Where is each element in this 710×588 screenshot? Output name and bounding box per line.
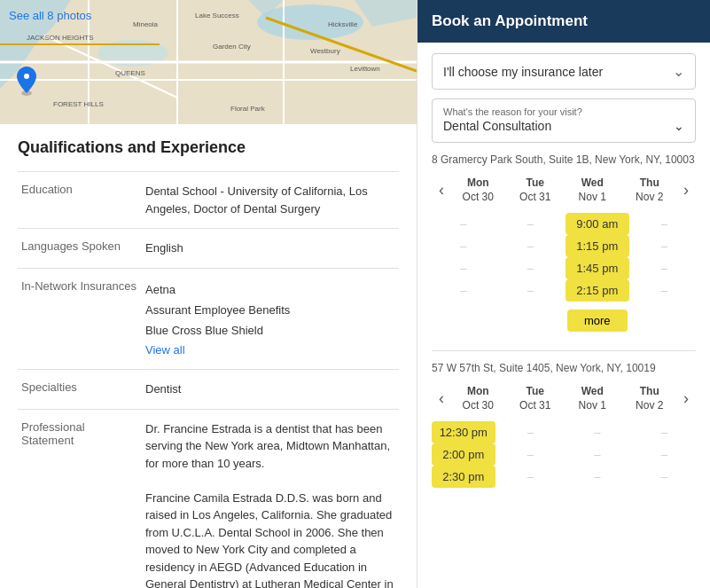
svg-text:Floral Park: Floral Park — [230, 105, 266, 113]
location1-slot-wed-2[interactable]: 1:15 pm — [566, 235, 629, 257]
location1-more-button[interactable]: more — [567, 310, 628, 332]
location1-prev-arrow[interactable]: ‹ — [432, 177, 451, 203]
location1-slot-mon-4: – — [432, 279, 495, 302]
location1-address: 8 Gramercy Park South, Suite 1B, New Yor… — [432, 153, 696, 166]
left-panel: JACKSON HEIGHTS QUEENS Garden City Hicks… — [0, 0, 417, 588]
book-appointment-header: Book an Appointment — [417, 0, 710, 43]
location1-more-mon — [432, 305, 495, 336]
location1-slot-mon-2: – — [432, 235, 495, 257]
location1-slot-row-3: – – 1:45 pm – — [432, 257, 696, 279]
insurance-chevron-icon: ⌄ — [673, 63, 684, 80]
location2-slot-thu-3: – — [633, 466, 697, 488]
location2-prev-arrow[interactable]: ‹ — [432, 386, 451, 412]
location1-more-row: more — [432, 305, 696, 336]
reason-dropdown-label: What's the reason for your visit? — [443, 106, 684, 117]
see-photos-link[interactable]: See all 8 photos — [9, 9, 91, 22]
location1-slot-mon-3: – — [432, 257, 495, 279]
svg-text:Mineola: Mineola — [133, 20, 159, 28]
location1-slot-tue-1: – — [499, 213, 563, 235]
insurance-dropdown-value: I'll choose my insurance later — [443, 65, 603, 79]
languages-row: Languages Spoken English — [18, 229, 399, 269]
location1-slot-tue-3: – — [499, 257, 563, 279]
location1-slot-wed-4[interactable]: 2:15 pm — [566, 279, 629, 302]
location2-day-headers: Mon Oct 30 Tue Oct 31 Wed Nov 1 Thu Nov … — [451, 381, 676, 416]
location1-slot-tue-4: – — [499, 279, 563, 302]
location1-slot-thu-3: – — [633, 257, 697, 279]
location1-day-tue: Tue Oct 31 — [509, 173, 563, 208]
languages-label: Languages Spoken — [18, 229, 142, 269]
location1-day-mon: Mon Oct 30 — [451, 173, 505, 208]
professional-statement-value: Dr. Francine Estrada is a dentist that h… — [142, 409, 399, 588]
location2-slot-row-3: 2:30 pm – – – — [432, 466, 696, 488]
svg-text:QUEENS: QUEENS — [115, 69, 145, 77]
location1-next-arrow[interactable]: › — [676, 177, 696, 203]
specialties-label: Specialties — [18, 370, 142, 410]
svg-text:JACKSON HEIGHTS: JACKSON HEIGHTS — [27, 34, 94, 42]
svg-text:Garden City: Garden City — [213, 43, 251, 51]
insurance-item-bcbs: Blue Cross Blue Shield — [145, 320, 395, 341]
insurance-row: In-Network Insurances Aetna Assurant Emp… — [18, 268, 399, 370]
location1-slot-thu-2: – — [633, 235, 697, 257]
right-panel: Book an Appointment I'll choose my insur… — [417, 0, 710, 588]
location2-slot-row-1: 12:30 pm – – – — [432, 421, 696, 443]
education-value: Dental School - University of California… — [142, 172, 399, 229]
insurance-label: In-Network Insurances — [18, 268, 142, 370]
location1-more-thu — [633, 305, 697, 336]
location1-slot-wed-3[interactable]: 1:45 pm — [566, 257, 629, 279]
location1-slot-row-2: – – 1:15 pm – — [432, 235, 696, 257]
location1-slot-mon-1: – — [432, 213, 495, 235]
location2-slot-mon-3[interactable]: 2:30 pm — [432, 466, 495, 488]
insurance-list: Aetna Assurant Employee Benefits Blue Cr… — [145, 279, 395, 341]
location2-day-thu: Thu Nov 2 — [623, 381, 677, 416]
location2-slot-mon-1[interactable]: 12:30 pm — [432, 421, 495, 443]
location2-slot-wed-1: – — [566, 421, 629, 443]
professional-statement-label: Professional Statement — [18, 409, 142, 588]
location1-more-wed[interactable]: more — [566, 305, 629, 336]
education-row: Education Dental School - University of … — [18, 172, 399, 229]
reason-chevron-icon: ⌄ — [674, 119, 684, 133]
location2-day-wed: Wed Nov 1 — [566, 381, 620, 416]
location2-slot-thu-1: – — [633, 421, 697, 443]
location2-address: 57 W 57th St, Suite 1405, New York, NY, … — [432, 362, 696, 374]
location2-slot-thu-2: – — [633, 443, 697, 466]
location2-slot-tue-3: – — [499, 466, 563, 488]
location2-slot-wed-3: – — [566, 466, 629, 488]
svg-text:FOREST HILLS: FOREST HILLS — [53, 100, 104, 108]
calendar-divider — [432, 350, 696, 351]
svg-point-22 — [24, 74, 29, 79]
reason-dropdown-inner: Dental Consultation ⌄ — [443, 119, 684, 133]
location1-slot-row-1: – – 9:00 am – — [432, 213, 696, 235]
qualifications-section: Qualifications and Experience Education … — [0, 124, 417, 588]
location1-slot-thu-4: – — [633, 279, 697, 302]
svg-text:Hicksville: Hicksville — [328, 20, 358, 28]
location1-slot-wed-1[interactable]: 9:00 am — [566, 213, 629, 235]
specialties-value: Dentist — [142, 370, 399, 410]
reason-dropdown-value: Dental Consultation — [443, 119, 551, 133]
location2-slot-tue-1: – — [499, 421, 563, 443]
location2-slot-wed-2: – — [566, 443, 629, 466]
location2-slot-row-2: 2:00 pm – – – — [432, 443, 696, 466]
location1-day-headers: Mon Oct 30 Tue Oct 31 Wed Nov 1 Thu Nov … — [451, 173, 676, 208]
location2-calendar: 57 W 57th St, Suite 1405, New York, NY, … — [432, 362, 696, 488]
book-appointment-body: I'll choose my insurance later ⌄ What's … — [417, 43, 710, 513]
location1-day-wed: Wed Nov 1 — [566, 173, 620, 208]
location2-slot-tue-2: – — [499, 443, 563, 466]
location2-next-arrow[interactable]: › — [676, 386, 696, 412]
reason-dropdown[interactable]: What's the reason for your visit? Dental… — [432, 98, 696, 143]
location1-slot-row-4: – – 2:15 pm – — [432, 279, 696, 302]
location1-slot-tue-2: – — [499, 235, 563, 257]
location2-slot-mon-2[interactable]: 2:00 pm — [432, 443, 495, 466]
location2-calendar-nav: ‹ Mon Oct 30 Tue Oct 31 Wed Nov 1 — [432, 381, 696, 416]
insurance-item-assurant: Assurant Employee Benefits — [145, 300, 395, 320]
view-all-link[interactable]: View all — [145, 343, 185, 357]
insurance-value: Aetna Assurant Employee Benefits Blue Cr… — [142, 268, 399, 370]
location1-calendar-nav: ‹ Mon Oct 30 Tue Oct 31 Wed Nov 1 — [432, 173, 696, 208]
specialties-row: Specialties Dentist — [18, 370, 399, 410]
location1-day-thu: Thu Nov 2 — [623, 173, 677, 208]
qualifications-title: Qualifications and Experience — [18, 138, 399, 157]
svg-text:Westbury: Westbury — [310, 47, 340, 55]
insurance-item-aetna: Aetna — [145, 279, 395, 300]
location1-slot-thu-1: – — [633, 213, 697, 235]
location2-day-tue: Tue Oct 31 — [509, 381, 563, 416]
insurance-dropdown[interactable]: I'll choose my insurance later ⌄ — [432, 53, 696, 90]
